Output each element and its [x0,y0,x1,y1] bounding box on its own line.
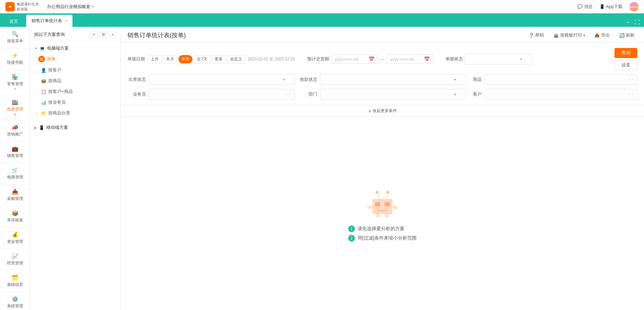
salesperson-input[interactable]: ··· [149,89,295,100]
collapse-bar[interactable]: ∧ 收起更多条件 [121,105,644,117]
scheme-item-by-customer-goods[interactable]: 📋 按客户+商品 [30,86,120,97]
main-layout: 🔍 搜索菜单 ⚡ 快捷导航 🏪 零售管理 🏬 批发管理 📣 营销推广 💼 销售管… [0,27,644,310]
sales-icon: 💼 [12,146,18,152]
avatar[interactable]: demo2 [629,2,639,11]
breadcrumb-text: 办公用品行业模拟账套 [47,4,91,10]
doc-status-label: 单据状态 [445,56,463,62]
doc-status-select[interactable]: ▾ [465,54,532,64]
delivery-date-end[interactable]: yyyy-mm-dd 📅 [386,54,433,64]
breadcrumb-dropdown-icon[interactable]: ▾ [92,4,94,9]
sidebar-item-label: 电商管理 [7,174,23,180]
step-number-1: 1 [348,225,355,232]
scheme-item-by-salesperson[interactable]: 📊 按业务员 [30,97,120,108]
operations-icon: 📈 [12,253,18,259]
sidebar-item-finance[interactable]: 💰 资金管理 [0,227,30,249]
app-download-button[interactable]: 📱 App下载 [599,4,623,10]
scheme-item-by-order[interactable]: 按 按单 [30,53,120,65]
department-wrapper: ▾ [320,89,466,100]
finance-icon: 💰 [12,231,18,238]
goods-scheme-icon: 📦 [41,79,46,84]
scheme-item-by-goods[interactable]: 📦 按商品 [30,75,120,86]
refresh-button[interactable]: 🔄 刷新 [616,31,637,40]
help-button[interactable]: ❓ 帮助 [526,31,547,40]
scheme-item-by-customer[interactable]: 👤 按客户 [30,65,120,75]
svg-rect-3 [385,202,390,206]
date-btn-this-month[interactable]: 本月 [163,55,177,63]
tab-home[interactable]: 首页 [3,16,25,27]
payment-status-label: 收款状态 [299,76,317,83]
sidebar-item-sales[interactable]: 💼 销售管理 [0,142,30,163]
empty-steps: 1 请先选择要分析的方案 2 用[过滤]条件来缩小分析范围 [348,225,417,242]
sidebar-item-label: 批发管理 [7,106,23,112]
tab-fullscreen-button[interactable]: ⛶ [633,18,641,27]
settings-button[interactable]: 设置 [614,60,637,70]
collapse-label: 收起更多条件 [373,108,397,114]
scheme-item-by-goods-category[interactable]: 📁 按商品分类 [30,108,120,118]
wholesale-icon: 🏬 [12,99,18,105]
scheme-item-label: 按单 [47,56,56,62]
delivery-date-start[interactable]: yyyy-mm-dd 📅 [331,54,378,64]
help-icon: ❓ [529,33,534,38]
step-2-text: 用[过滤]条件来缩小分析范围 [358,235,417,241]
tab-sales-order-stats[interactable]: 销售订单统计表 × [26,15,72,27]
right-panel: 销售订单统计表(按单) ❓ 帮助 🖨️ 按模板打印 ▾ 📤 导出 [121,27,644,310]
print-dropdown-icon: ▾ [583,34,585,37]
tab-minimize-button[interactable]: − [625,18,631,27]
date-label: 单据日期 [127,56,145,62]
sidebar-item-quick-nav[interactable]: ⚡ 快捷导航 [0,48,30,70]
content-area: 按以下方案查询 + ⚙ « ▼ 💻 电脑端方案 按 按单 👤 按客 [30,27,644,310]
pc-scheme-label: 电脑端方案 [47,45,69,51]
empty-illustration [362,186,402,220]
query-button[interactable]: 查询 [614,48,637,58]
logo-text: 畅捷通好生意 标准版 [17,2,39,11]
sidebar-item-label: 库存核算 [7,217,23,223]
date-btn-custom[interactable]: 自定义 [227,55,245,63]
tab-bar-right: − ⛶ [625,18,644,27]
calendar-start-icon: 📅 [369,56,374,62]
sidebar-search[interactable]: 🔍 搜索菜单 [0,27,30,48]
mobile-scheme-label: 移动端方案 [46,124,68,131]
shipping-status-select[interactable]: ▾ [149,74,295,85]
goods-input[interactable]: ··· [484,74,637,85]
customer-input[interactable]: ··· [484,89,637,100]
system-icon: ⚙️ [12,296,18,302]
pc-scheme-header[interactable]: ▼ 💻 电脑端方案 [30,43,120,53]
sidebar-item-base-info[interactable]: 🗂️ 基础信息 [0,270,30,292]
date-btn-more[interactable]: 更多 [212,55,226,63]
svg-line-6 [377,193,379,199]
sidebar-item-marketing[interactable]: 📣 营销推广 [0,120,30,142]
sidebar-item-system[interactable]: ⚙️ 系统管理 [0,292,30,310]
action-buttons: 查询 设置 [614,48,637,70]
department-select[interactable]: ▾ [320,89,466,100]
computer-icon: 💻 [40,46,45,51]
svg-rect-11 [385,213,388,217]
payment-status-select[interactable]: ▾ [320,74,466,85]
export-button[interactable]: 📤 导出 [592,31,612,40]
mobile-scheme-header[interactable]: ▶ 📱 移动端方案 [30,122,120,133]
tab-close-button[interactable]: × [65,18,67,23]
sidebar-item-inventory[interactable]: 📦 库存核算 [0,206,30,227]
date-btn-this-year[interactable]: 本年 [178,55,193,63]
message-button[interactable]: 💬 消息 [577,4,593,10]
panel-header: 按以下方案查询 + ⚙ « [30,27,120,41]
date-btn-last-7-days[interactable]: 近7天 [194,55,210,63]
payment-dropdown-icon: ▾ [454,78,456,82]
retail-icon: 🏪 [12,74,18,80]
sidebar-item-operations[interactable]: 📈 经营管理 [0,249,30,270]
scheme-item-label: 按业务员 [48,99,66,105]
collapse-panel-button[interactable]: « [109,31,116,38]
svg-point-4 [367,205,373,210]
purchase-icon: 📥 [12,189,18,195]
add-scheme-button[interactable]: + [90,31,98,38]
sidebar-item-purchase[interactable]: 📥 采购管理 [0,185,30,206]
template-print-button[interactable]: 🖨️ 按模板打印 ▾ [551,31,588,40]
sidebar-item-retail[interactable]: 🏪 零售管理 [0,70,30,95]
inventory-icon: 📦 [12,210,18,216]
settings-scheme-button[interactable]: ⚙ [100,31,107,38]
sidebar-item-label: 零售管理 [7,81,23,87]
print-icon: 🖨️ [553,33,559,38]
sidebar-item-wholesale[interactable]: 🏬 批发管理 [0,95,30,120]
sidebar-item-ecommerce[interactable]: 🛒 电商管理 [0,163,30,185]
date-btn-last-month[interactable]: 上月 [148,55,162,63]
svg-point-7 [376,191,378,194]
